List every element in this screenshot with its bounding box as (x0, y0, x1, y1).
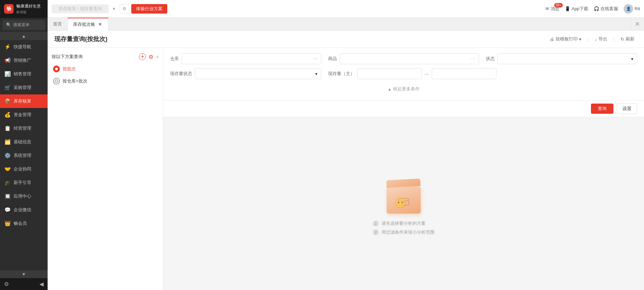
refresh-icon: ↻ (621, 37, 624, 42)
sidebar-item-label: 营销推广 (14, 57, 31, 64)
sidebar-item-label: 应用中心 (14, 193, 31, 199)
page-header-actions: 🖨 按模板打印 ▾ | ↓ 导出 | ↻ 刷新 (547, 35, 637, 43)
left-panel: 按以下方案查询 + ⚙ « 按批次 (48, 48, 163, 290)
user-avatar: 👤 (624, 4, 633, 14)
sidebar: 畅 畅康通好生意 标准版 🔍 搜索菜单 ▲ ⚡ 快捷导航 📢 营销推广 📊 销售… (0, 0, 48, 290)
filter-row-1: 仓库 ··· 商品 ··· (170, 53, 637, 64)
print-btn[interactable]: 🖨 按模板打印 ▾ (547, 35, 584, 43)
range-dash: — (425, 71, 429, 76)
status-filter: 状态 ▾ (486, 53, 637, 64)
messages-btn[interactable]: ✉ 消息 99+ (545, 6, 559, 12)
export-btn[interactable]: ↓ 导出 (592, 35, 610, 43)
page-header: 现存量查询(按批次) 🖨 按模板打印 ▾ | ↓ 导出 | ↻ 刷新 (48, 31, 644, 48)
scheme-active-icon (53, 66, 60, 72)
left-panel-actions: + ⚙ « (139, 53, 159, 60)
basic-icon: 🗂️ (4, 139, 11, 145)
sidebar-item-label: 新手引导 (14, 180, 31, 186)
sidebar-item-sales[interactable]: 📊 销售管理 (0, 67, 48, 81)
page-content: 现存量查询(按批次) 🖨 按模板打印 ▾ | ↓ 导出 | ↻ 刷新 (48, 31, 644, 290)
sidebar-item-label: 库存核算 (14, 98, 31, 104)
goods-input[interactable]: ··· (340, 53, 479, 64)
user-profile[interactable]: 👤 Rit (624, 4, 640, 14)
sidebar-item-finance[interactable]: 💰 资金管理 (0, 108, 48, 122)
sidebar-scroll-down[interactable]: ▼ (0, 270, 48, 278)
tab-inventory-batch-label: 库存批次账 (73, 21, 95, 28)
sidebar-item-quicknav[interactable]: ⚡ 快捷导航 (0, 40, 48, 54)
stock-qty-range: — (357, 68, 496, 79)
tab-inventory-batch[interactable]: 库存批次账 ✕ (68, 18, 108, 31)
tabs-close-all[interactable]: ✕ (630, 18, 644, 31)
warehouse-input[interactable]: ··· (182, 53, 321, 64)
status-select[interactable]: ▾ (497, 53, 637, 64)
footer-settings-icon[interactable]: ⚙ (4, 281, 9, 287)
sales-icon: 📊 (4, 71, 11, 77)
topbar-dropdown[interactable]: ▾ (111, 5, 118, 12)
filter-collapse-btn[interactable]: ▲ 收起更多条件 (170, 83, 637, 95)
wechat-icon: 💬 (4, 206, 11, 213)
sidebar-item-basic[interactable]: 🗂️ 基础信息 (0, 135, 48, 149)
sidebar-item-member[interactable]: 👑 畅会员 (0, 217, 48, 230)
sidebar-footer: ⚙ ◀ (0, 278, 48, 290)
sidebar-item-label: 资金管理 (14, 112, 31, 118)
footer-collapse-icon[interactable]: ◀ (39, 281, 44, 287)
online-service-btn[interactable]: 🎧 在线客服 (594, 6, 618, 12)
topbar-right: ✉ 消息 99+ 📱 App下载 🎧 在线客服 👤 Rit (545, 4, 640, 14)
sidebar-item-label: 采购管理 (14, 85, 31, 91)
status-label: 状态 (486, 56, 495, 62)
topbar-breadcrumb-area: 库存核算 / 现存量查询 (52, 4, 109, 13)
left-panel-add-btn[interactable]: + (139, 53, 146, 60)
sidebar-item-apps[interactable]: 🔲 应用中心 (0, 189, 48, 203)
purchase-icon: 🛒 (4, 84, 11, 91)
goods-label: 商品 (328, 56, 337, 62)
refresh-btn[interactable]: ↻ 刷新 (618, 35, 637, 43)
app-edition: 标准版 (16, 10, 41, 15)
stock-qty-min[interactable] (357, 68, 422, 79)
scheme-item-batch[interactable]: 按批次 (48, 63, 163, 75)
content-layout: 按以下方案查询 + ⚙ « 按批次 (48, 48, 644, 290)
sidebar-scroll-up[interactable]: ▲ (0, 32, 48, 40)
query-btn[interactable]: 查询 (591, 104, 613, 114)
scheme-item-warehouse-batch[interactable]: 按仓库+批次 (48, 75, 163, 87)
tab-home[interactable]: 首页 (48, 18, 68, 31)
sidebar-item-newbie[interactable]: 🎓 新手引导 (0, 176, 48, 189)
left-panel-settings-btn[interactable]: ⚙ (149, 54, 153, 60)
app-company: 畅康通好生意 (16, 3, 41, 9)
divider2: | (613, 37, 614, 42)
sidebar-item-purchase[interactable]: 🛒 采购管理 (0, 81, 48, 94)
stock-status-label: 现存量状态 (170, 71, 192, 77)
tip1-text: 请先选择要分析的方案 (382, 220, 426, 226)
tip2-num: 2 (373, 229, 379, 235)
app-download-btn[interactable]: 📱 App下载 (565, 6, 588, 12)
sidebar-item-system[interactable]: ⚙️ 系统管理 (0, 149, 48, 162)
goods-filter: 商品 ··· (328, 53, 479, 64)
tab-close-btn[interactable]: ✕ (97, 22, 103, 27)
newbie-icon: 🎓 (4, 179, 11, 186)
sidebar-search[interactable]: 🔍 搜索菜单 (3, 20, 45, 30)
page-title: 现存量查询(按批次) (54, 35, 107, 43)
sidebar-item-operations[interactable]: 📋 经营管理 (0, 122, 48, 135)
left-panel-collapse-btn[interactable]: « (156, 54, 159, 59)
sidebar-item-label: 销售管理 (14, 71, 31, 77)
empty-tips: 1 请先选择要分析的方案 2 用过滤条件来缩小分析范围 (373, 220, 435, 235)
empty-tip-2: 2 用过滤条件来缩小分析范围 (373, 229, 435, 235)
warehouse-label: 仓库 (170, 56, 179, 62)
scheme-inactive-icon (53, 78, 60, 85)
warehouse-dots: ··· (313, 56, 317, 62)
sidebar-item-label: 企业协同 (14, 166, 31, 172)
sidebar-item-wechat[interactable]: 💬 企业微信 (0, 203, 48, 217)
goods-dots: ··· (471, 56, 475, 62)
quicknav-icon: ⚡ (4, 43, 11, 50)
finance-icon: 💰 (4, 111, 11, 118)
svg-point-0 (55, 68, 58, 70)
sidebar-item-enterprise[interactable]: 🤝 企业协同 (0, 162, 48, 176)
sidebar-item-marketing[interactable]: 📢 营销推广 (0, 54, 48, 67)
topbar-settings-btn[interactable]: ⚙ (120, 4, 129, 14)
stock-qty-max[interactable] (432, 68, 496, 79)
apps-icon: 🔲 (4, 193, 11, 200)
trial-btn[interactable]: 体验行业方案 (131, 4, 167, 14)
stock-status-select[interactable]: ▾ (195, 68, 321, 79)
operations-icon: 📋 (4, 125, 11, 132)
sidebar-item-inventory[interactable]: 📦 库存核算 (0, 94, 48, 108)
tip1-num: 1 (373, 220, 379, 226)
settings-btn[interactable]: 设置 (617, 103, 637, 114)
